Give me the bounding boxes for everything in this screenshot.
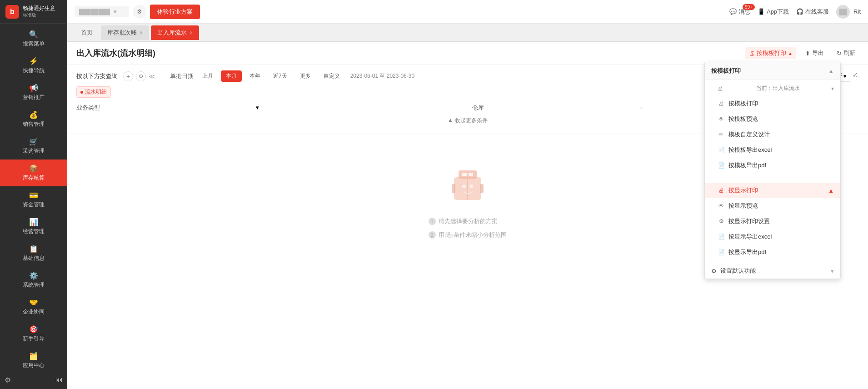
warehouse-more[interactable]: ···: [638, 104, 643, 111]
dropdown-item-template-print[interactable]: 🖨 按模板打印: [705, 96, 840, 111]
nav-label-apps: 应用中心: [23, 362, 45, 369]
sidebar: b 畅捷通好生意 标准版 🔍 搜索菜单 ⚡ 快捷导航 📢 营销推广 💰 销售管理…: [0, 0, 67, 389]
current-icon: 🖨: [718, 85, 723, 92]
display-settings-label: 按显示打印设置: [728, 217, 770, 225]
logo-text: 畅捷通好生意 标准版: [23, 5, 55, 19]
search-collapse-button[interactable]: ≪: [149, 73, 155, 80]
date-chip-this_year[interactable]: 本年: [244, 70, 265, 82]
nav-label-guide: 新手引导: [23, 335, 45, 343]
print-icon: 🖨: [749, 50, 755, 57]
dropdown-item-template-pdf[interactable]: 📄 按模板导出pdf: [705, 158, 840, 173]
app-name: 畅捷通好生意: [23, 5, 55, 12]
avatar-placeholder: ██: [839, 9, 847, 15]
sidebar-item-system[interactable]: ⚙️ 系统管理: [0, 267, 67, 294]
sidebar-item-finance[interactable]: 💳 资金管理: [0, 186, 67, 213]
online-service-button[interactable]: 🎧 在线客服: [796, 8, 829, 16]
sidebar-item-operation[interactable]: 📊 经营管理: [0, 213, 67, 240]
business-type-select[interactable]: ▾: [104, 102, 263, 113]
svg-rect-1: [459, 170, 477, 179]
tab-flow[interactable]: 出入库流水 ×: [151, 25, 199, 40]
nav-icon-shortcut: ⚡: [29, 57, 38, 65]
template-preview-label: 按模板预览: [728, 115, 758, 123]
sidebar-item-enterprise[interactable]: 🤝 企业协同: [0, 294, 67, 320]
collapse-up-icon: ▲: [448, 117, 453, 125]
dropdown-item-display-excel[interactable]: 📄 按显示导出excel: [705, 229, 840, 244]
svg-point-7: [462, 185, 466, 188]
dropdown-item-display-settings[interactable]: ⚙ 按显示打印设置: [705, 214, 840, 229]
tab-flow-close[interactable]: ×: [190, 30, 193, 36]
empty-tips: 1 请先选择要分析的方案 2 用[选]条件来缩小分析范围: [429, 216, 507, 240]
dropdown-item-template-custom[interactable]: ✏ 模板自定义设计: [705, 127, 840, 142]
sidebar-item-apps[interactable]: 🗂️ 应用中心: [0, 347, 67, 371]
dropdown-item-template-preview[interactable]: 👁 按模板预览: [705, 111, 840, 127]
sidebar-nav: 🔍 搜索菜单 ⚡ 快捷导航 📢 营销推广 💰 销售管理 🛒 采购管理 📦 库存核…: [0, 24, 67, 371]
svg-rect-6: [480, 184, 484, 193]
date-chip-last_7[interactable]: 近7天: [268, 70, 292, 82]
template-pdf-icon: 📄: [718, 162, 725, 169]
date-chip-this_month[interactable]: 本月: [221, 70, 242, 82]
settings-button[interactable]: ⚙: [133, 5, 146, 19]
dropdown-item-display-print[interactable]: 🖨 按显示打印 ▲: [705, 183, 840, 198]
nav-icon-purchase: 🛒: [29, 137, 38, 146]
display-preview-icon: 👁: [718, 202, 725, 209]
date-chip-custom[interactable]: 自定义: [319, 70, 345, 82]
sidebar-item-search[interactable]: 🔍 搜索菜单: [0, 25, 67, 52]
user-profile[interactable]: ██ Rit: [836, 5, 861, 19]
sidebar-item-sales[interactable]: 💰 销售管理: [0, 106, 67, 133]
trial-button[interactable]: 体验行业方案: [150, 5, 200, 19]
nav-icon-apps: 🗂️: [29, 352, 38, 360]
collapse-more-label: 收起更多条件: [455, 117, 488, 125]
message-badge: 99+: [743, 4, 755, 10]
settings-icon[interactable]: ⚙: [5, 376, 11, 384]
svg-point-8: [469, 185, 473, 188]
dropdown-item-display-pdf[interactable]: 📄 按显示导出pdf: [705, 244, 840, 260]
warehouse-select[interactable]: ···: [488, 102, 647, 113]
nav-label-basic: 基础信息: [23, 254, 45, 262]
date-filter-group: 单据日期 上月本月本年近7天更多自定义 2023-06-01 至 2023-06…: [170, 70, 414, 82]
sidebar-item-marketing[interactable]: 📢 营销推广: [0, 79, 67, 106]
sidebar-item-basic[interactable]: 📋 基础信息: [0, 240, 67, 267]
set-default-label: 设置默认功能: [720, 267, 756, 275]
print-button[interactable]: 🖨 按模板打印 ▲: [745, 47, 796, 59]
date-chip-more[interactable]: 更多: [295, 70, 316, 82]
refresh-button[interactable]: ↻ 刷新: [833, 47, 859, 59]
export-label: 导出: [812, 49, 824, 57]
print-label: 按模板打印: [757, 49, 786, 57]
export-icon: ⬆: [805, 50, 810, 57]
tab-inventory-batch[interactable]: 库存批次账 ×: [101, 25, 149, 40]
refresh-icon: ↻: [837, 50, 842, 57]
search-settings-button[interactable]: ⚙: [136, 71, 146, 81]
nav-icon-sales: 💰: [29, 110, 38, 119]
search-controls: + ⚙ ≪: [123, 71, 155, 81]
dropdown-item-display-preview[interactable]: 👁 按显示预览: [705, 198, 840, 214]
main-container: ████████ ▾ ⚙ 体验行业方案 💬 消息 99+ 📱 App下载 🎧 在…: [67, 0, 868, 389]
dropdown-current: 🖨 当前：出入库流水 ▾: [705, 83, 840, 96]
tab-inventory-batch-close[interactable]: ×: [140, 30, 143, 36]
dropdown-footer[interactable]: ⚙ 设置默认功能 ▾: [705, 263, 840, 279]
maximize-window-btn[interactable]: ⤢: [850, 69, 861, 80]
nav-label-purchase: 采购管理: [23, 147, 45, 155]
nav-label-enterprise: 企业协同: [23, 308, 45, 316]
nav-icon-enterprise: 🤝: [29, 298, 38, 307]
sidebar-item-purchase[interactable]: 🛒 采购管理: [0, 133, 67, 160]
search-add-button[interactable]: +: [123, 71, 133, 81]
sidebar-item-guide[interactable]: 🎯 新手引导: [0, 320, 67, 347]
tab-home[interactable]: 首页: [75, 25, 99, 40]
dropdown-item-template-excel[interactable]: 📄 按模板导出excel: [705, 142, 840, 158]
export-button[interactable]: ⬆ 导出: [802, 47, 828, 59]
active-filter-label: 流水明细: [85, 88, 107, 96]
date-chip-last_month[interactable]: 上月: [197, 70, 218, 82]
svg-rect-5: [452, 184, 455, 193]
user-selector[interactable]: ████████ ▾: [75, 6, 129, 17]
dropdown-template-section: 🖨 当前：出入库流水 ▾ 🖨 按模板打印 👁 按模板预览 ✏ 模板自定义设计: [705, 80, 840, 176]
active-filter-tag[interactable]: 流水明细: [76, 86, 111, 98]
app-download-button[interactable]: 📱 App下载: [758, 8, 789, 16]
nav-icon-inventory: 📦: [29, 164, 38, 173]
tab-inventory-batch-label: 库存批次账: [107, 29, 137, 37]
tab-home-label: 首页: [81, 29, 93, 37]
message-button[interactable]: 💬 消息 99+: [729, 8, 750, 16]
sidebar-item-shortcut[interactable]: ⚡ 快捷导航: [0, 52, 67, 79]
collapse-sidebar-icon[interactable]: ⏮: [55, 376, 63, 384]
display-excel-icon: 📄: [718, 233, 725, 240]
sidebar-item-inventory[interactable]: 📦 库存核算: [0, 160, 67, 186]
